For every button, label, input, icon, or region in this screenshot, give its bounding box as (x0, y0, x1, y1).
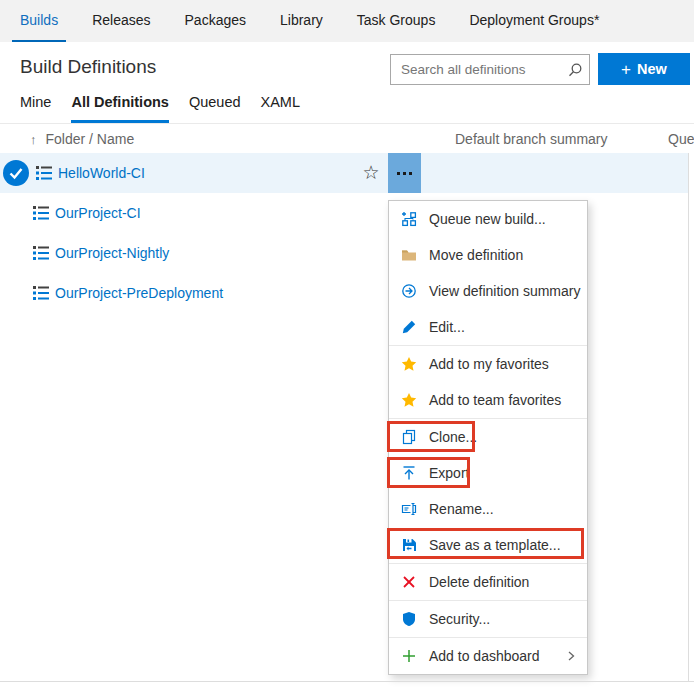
menu-item-queue-new-build[interactable]: Queue new build... (389, 201, 587, 237)
menu-item-label: Save as a template... (429, 537, 561, 553)
menu-item-label: Clone... (429, 429, 477, 445)
page-title: Build Definitions (20, 56, 156, 78)
rename-icon (401, 501, 417, 517)
add-plus-icon (401, 648, 417, 664)
new-definition-button[interactable]: + New (598, 53, 690, 85)
hub-item-library[interactable]: Library (272, 0, 331, 42)
hub-item-packages[interactable]: Packages (177, 0, 254, 42)
delete-x-icon (401, 574, 417, 590)
export-icon (401, 465, 417, 481)
new-button-label: New (637, 61, 667, 77)
tab-mine[interactable]: Mine (20, 91, 51, 123)
hub-item-deployment-groups[interactable]: Deployment Groups* (461, 0, 607, 42)
star-icon (401, 392, 417, 408)
definition-name-link[interactable]: OurProject-Nightly (55, 233, 169, 273)
search-icon[interactable] (561, 62, 589, 78)
hub-item-task-groups[interactable]: Task Groups (349, 0, 444, 42)
folder-icon (401, 247, 417, 263)
menu-item-label: Security... (429, 611, 490, 627)
build-definition-icon (33, 245, 49, 261)
menu-item-add-to-my-favorites[interactable]: Add to my favorites (389, 346, 587, 382)
search-input[interactable] (391, 62, 561, 77)
menu-item-move-definition[interactable]: Move definition (389, 237, 587, 273)
menu-item-label: Add to team favorites (429, 392, 561, 408)
save-template-icon (401, 537, 417, 553)
column-queued[interactable]: Queued (668, 131, 694, 147)
menu-item-export[interactable]: Export (389, 455, 587, 491)
definition-row-helloworld-ci[interactable]: HelloWorld-CI ☆ (0, 153, 688, 193)
definition-name-link[interactable]: HelloWorld-CI (58, 153, 145, 193)
menu-item-rename[interactable]: Rename... (389, 491, 587, 527)
build-definition-icon (36, 165, 52, 181)
definition-name-link[interactable]: OurProject-CI (55, 193, 141, 233)
build-definition-icon (33, 285, 49, 301)
queue-build-icon (401, 211, 417, 227)
menu-item-label: Export (429, 465, 469, 481)
tab-all-definitions[interactable]: All Definitions (71, 91, 168, 123)
hub-item-releases[interactable]: Releases (84, 0, 158, 42)
tab-queued[interactable]: Queued (189, 91, 241, 123)
plus-icon: + (621, 61, 631, 78)
menu-item-label: Edit... (429, 319, 465, 335)
build-definitions-page: Builds Releases Packages Library Task Gr… (0, 0, 694, 688)
chevron-right-icon (563, 648, 579, 664)
shield-icon (401, 611, 417, 627)
column-folder-name-label: Folder / Name (46, 131, 135, 147)
column-default-branch-summary[interactable]: Default branch summary (455, 131, 608, 147)
star-icon (401, 356, 417, 372)
tab-xaml[interactable]: XAML (261, 91, 301, 123)
menu-item-clone[interactable]: Clone... (389, 419, 587, 455)
menu-item-view-definition-summary[interactable]: View definition summary (389, 273, 587, 309)
pencil-icon (401, 319, 417, 335)
hub-navigation: Builds Releases Packages Library Task Gr… (0, 0, 694, 42)
definition-name-link[interactable]: OurProject-PreDeployment (55, 273, 223, 313)
menu-item-add-to-team-favorites[interactable]: Add to team favorites (389, 382, 587, 418)
menu-item-add-to-dashboard[interactable]: Add to dashboard (389, 638, 587, 674)
menu-item-label: Queue new build... (429, 211, 546, 227)
menu-item-label: Move definition (429, 247, 523, 263)
menu-item-security[interactable]: Security... (389, 601, 587, 637)
build-definition-icon (33, 205, 49, 221)
menu-item-label: Rename... (429, 501, 494, 517)
pivot-tabs: Mine All Definitions Queued XAML (20, 91, 320, 123)
search-box (390, 54, 590, 85)
definition-context-menu: Queue new build... Move definition View … (388, 200, 588, 675)
hub-item-builds[interactable]: Builds (12, 0, 66, 42)
grid-header: ↑Folder / Name Default branch summary Qu… (0, 123, 694, 153)
go-arrow-icon (401, 283, 417, 299)
favorite-star-icon[interactable]: ☆ (358, 153, 384, 193)
menu-item-save-as-template[interactable]: Save as a template... (389, 527, 587, 563)
menu-item-delete-definition[interactable]: Delete definition (389, 564, 587, 600)
menu-item-label: Add to my favorites (429, 356, 549, 372)
menu-item-label: Delete definition (429, 574, 529, 590)
menu-item-label: View definition summary (429, 283, 580, 299)
menu-item-label: Add to dashboard (429, 648, 540, 664)
column-folder-name[interactable]: ↑Folder / Name (30, 131, 134, 147)
clone-icon (401, 429, 417, 445)
sort-ascending-icon: ↑ (30, 132, 37, 147)
selected-check-icon[interactable] (3, 160, 29, 186)
grid-bottom-border (0, 681, 694, 682)
menu-item-edit[interactable]: Edit... (389, 309, 587, 345)
more-actions-button[interactable] (388, 153, 421, 193)
grid-right-border (688, 153, 689, 681)
